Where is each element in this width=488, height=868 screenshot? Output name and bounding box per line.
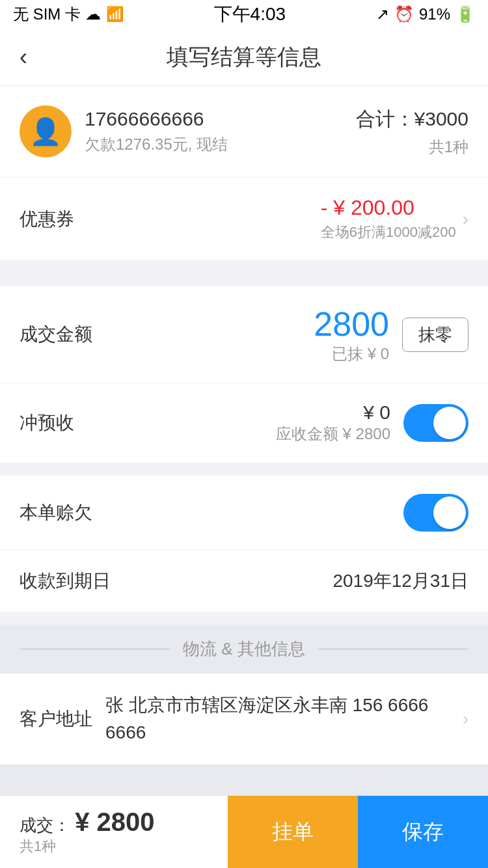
prepaid-sub: 应收金额 ¥ 2800 [276, 424, 390, 444]
total-amount: 合计：¥3000 [356, 106, 468, 133]
sep-line-left [20, 649, 170, 649]
deal-amount-row: 成交金额 2800 已抹 ¥ 0 抹零 [0, 286, 488, 383]
coupon-desc: 全场6折满1000减200 [321, 223, 456, 242]
coupon-chevron: › [463, 209, 468, 230]
coupon-right: - ¥ 200.00 全场6折满1000减200 › [321, 196, 468, 242]
round-zero-button[interactable]: 抹零 [402, 318, 468, 352]
user-card: 👤 17666666666 欠款1276.35元, 现结 合计：¥3000 共1… [0, 86, 488, 260]
alarm-icon: ⏰ [394, 5, 414, 23]
deal-amount-label: 成交金额 [20, 322, 92, 347]
deal-amount-right: 2800 已抹 ¥ 0 抹零 [314, 305, 468, 364]
user-left: 👤 17666666666 欠款1276.35元, 现结 [20, 105, 228, 157]
toggle-thumb [433, 407, 466, 439]
content: 👤 17666666666 欠款1276.35元, 现结 合计：¥3000 共1… [0, 86, 488, 868]
deal-amount-sub: 已抹 ¥ 0 [314, 344, 389, 364]
footer-deal-amount: ¥ 2800 [75, 807, 154, 836]
coupon-info: - ¥ 200.00 全场6折满1000减200 [321, 196, 456, 242]
user-row: 👤 17666666666 欠款1276.35元, 现结 合计：¥3000 共1… [0, 86, 488, 177]
footer-deal-count: 共1种 [20, 837, 208, 856]
sim-status: 无 SIM 卡 ☁ [13, 4, 101, 25]
total-value: ¥3000 [414, 108, 468, 129]
page-title: 填写结算等信息 [167, 42, 321, 72]
user-info: 17666666666 欠款1276.35元, 现结 [85, 108, 228, 155]
user-phone: 17666666666 [85, 108, 228, 130]
prepaid-amount: ¥ 0 [276, 401, 390, 424]
debt-row: 本单赊欠 [0, 476, 488, 550]
due-date-row: 收款到期日 2019年12月31日 [0, 550, 488, 612]
address-row[interactable]: 客户地址 张 北京市市辖区海淀区永丰南 156 6666 6666 › [0, 673, 488, 765]
total-label: 合计： [356, 108, 414, 129]
status-left: 无 SIM 卡 ☁ 📶 [13, 4, 124, 25]
status-right: ↗ ⏰ 91% 🔋 [376, 5, 475, 23]
logistics-label: 物流 & 其他信息 [183, 638, 305, 660]
debt-toggle[interactable] [403, 494, 468, 532]
prepaid-row: 冲预收 ¥ 0 应收金额 ¥ 2800 [0, 383, 488, 463]
debt-toggle-thumb [433, 496, 466, 529]
address-chevron: › [463, 709, 468, 729]
coupon-row[interactable]: 优惠券 - ¥ 200.00 全场6折满1000减200 › [0, 177, 488, 260]
footer-info: 成交： ¥ 2800 共1种 [0, 796, 228, 868]
prepaid-stack: ¥ 0 应收金额 ¥ 2800 [276, 401, 390, 444]
location-icon: ↗ [376, 5, 389, 23]
due-date-label: 收款到期日 [20, 569, 111, 593]
section-divider-3 [0, 612, 488, 625]
user-icon: 👤 [29, 116, 62, 147]
footer-deal-label: 成交： ¥ 2800 [20, 807, 208, 837]
deal-prepaid-card: 成交金额 2800 已抹 ¥ 0 抹零 冲预收 ¥ 0 应收金额 ¥ 2800 [0, 286, 488, 463]
sep-line-right [318, 649, 468, 649]
logistics-separator: 物流 & 其他信息 [0, 625, 488, 673]
address-label: 客户地址 [20, 707, 92, 731]
total-count: 共1种 [356, 137, 468, 157]
debt-card: 本单赊欠 收款到期日 2019年12月31日 [0, 476, 488, 612]
back-button[interactable]: ‹ [20, 44, 59, 71]
user-desc: 欠款1276.35元, 现结 [85, 134, 228, 155]
coupon-value: - ¥ 200.00 [321, 196, 456, 220]
coupon-label: 优惠券 [20, 207, 74, 232]
prepaid-label: 冲预收 [20, 411, 74, 435]
nav-bar: ‹ 填写结算等信息 [0, 29, 488, 86]
prepaid-toggle[interactable] [403, 404, 468, 442]
section-divider-1 [0, 273, 488, 286]
battery-status: 91% [419, 5, 450, 23]
debt-label: 本单赊欠 [20, 500, 92, 525]
deal-amount-stack: 2800 已抹 ¥ 0 [314, 305, 389, 364]
section-divider-2 [0, 463, 488, 476]
footer-deal-text: 成交： [20, 815, 70, 835]
prepaid-right: ¥ 0 应收金额 ¥ 2800 [276, 401, 468, 444]
address-value: 张 北京市市辖区海淀区永丰南 156 6666 6666 [105, 692, 456, 746]
footer: 成交： ¥ 2800 共1种 挂单 保存 [0, 795, 488, 868]
debt-right [403, 494, 468, 532]
due-date-value: 2019年12月31日 [332, 569, 468, 593]
deal-amount-value: 2800 [314, 305, 389, 344]
user-total: 合计：¥3000 共1种 [356, 106, 468, 157]
status-time: 下午4:03 [214, 2, 286, 27]
avatar: 👤 [20, 105, 72, 157]
status-bar: 无 SIM 卡 ☁ 📶 下午4:03 ↗ ⏰ 91% 🔋 [0, 0, 488, 29]
battery-icon: 🔋 [455, 5, 475, 23]
hang-button[interactable]: 挂单 [228, 796, 358, 868]
wifi-icon: 📶 [106, 6, 124, 23]
save-button[interactable]: 保存 [358, 796, 488, 868]
